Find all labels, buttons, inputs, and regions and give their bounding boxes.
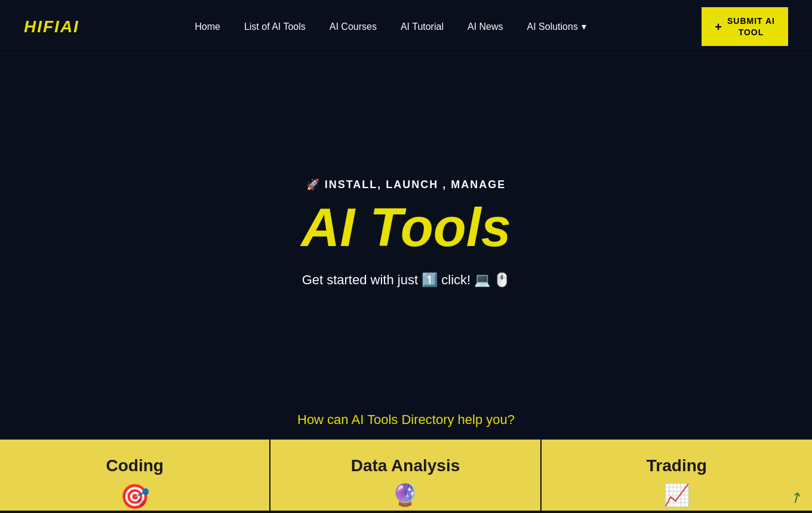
- nav-ai-news[interactable]: AI News: [467, 21, 503, 32]
- nav-home[interactable]: Home: [195, 21, 220, 32]
- coding-icon: 🎯: [120, 483, 150, 511]
- header: HIFIAI Home List of AI Tools AI Courses …: [0, 0, 812, 54]
- submit-ai-tool-button[interactable]: + SUBMIT AITOOL: [702, 7, 788, 45]
- submit-btn-text: SUBMIT AITOOL: [727, 16, 775, 37]
- nav-ai-solutions-label: AI Solutions: [527, 21, 578, 32]
- category-card-trading[interactable]: Trading 📈 ↗: [542, 440, 812, 511]
- hero-title: AI Tools: [301, 201, 511, 254]
- chevron-down-icon: ▾: [582, 21, 586, 32]
- category-cards: Coding 🎯 Data Analysis 🔮 Trading 📈 ↗: [0, 440, 812, 511]
- logo[interactable]: HIFIAI: [24, 17, 79, 36]
- nav-ai-courses[interactable]: AI Courses: [330, 21, 377, 32]
- data-analysis-icon: 🔮: [392, 483, 419, 508]
- nav-list-of-ai-tools[interactable]: List of AI Tools: [244, 21, 306, 32]
- trading-icon: 📈: [663, 483, 690, 508]
- trading-arrow-icon: ↗: [787, 487, 805, 508]
- how-section-heading: How can AI Tools Directory help you?: [0, 412, 812, 428]
- how-section: How can AI Tools Directory help you?: [0, 400, 812, 440]
- hero-section: 🚀 INSTALL, LAUNCH , MANAGE AI Tools Get …: [0, 54, 812, 400]
- category-card-data-analysis[interactable]: Data Analysis 🔮: [270, 440, 541, 511]
- hero-subtitle: Get started with just 1️⃣ click! 💻 🖱️: [302, 272, 510, 288]
- hero-tagline: 🚀 INSTALL, LAUNCH , MANAGE: [306, 178, 506, 191]
- data-analysis-label: Data Analysis: [351, 456, 460, 475]
- coding-label: Coding: [106, 456, 163, 475]
- category-card-coding[interactable]: Coding 🎯: [0, 440, 270, 511]
- plus-icon: +: [715, 19, 722, 35]
- main-nav: Home List of AI Tools AI Courses AI Tuto…: [195, 21, 586, 32]
- trading-label: Trading: [647, 456, 707, 475]
- nav-ai-solutions[interactable]: AI Solutions ▾: [527, 21, 586, 32]
- nav-ai-tutorial[interactable]: AI Tutorial: [401, 21, 444, 32]
